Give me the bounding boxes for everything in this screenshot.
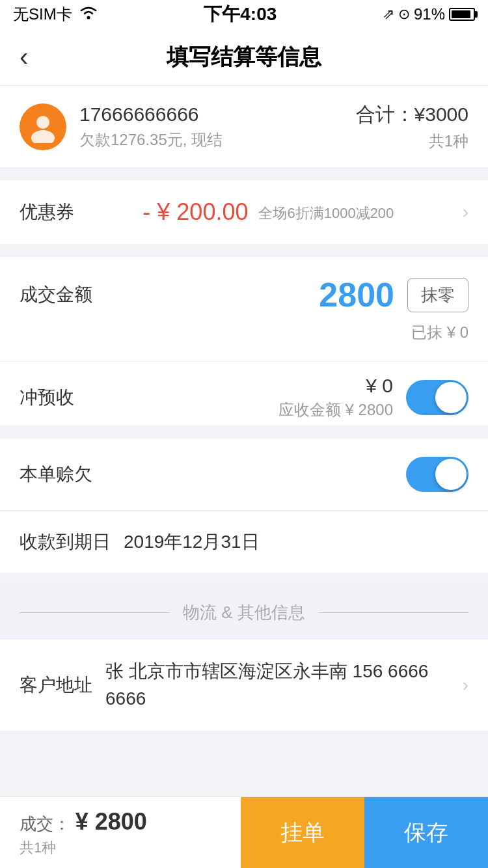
debt-toggle[interactable] <box>406 457 468 492</box>
prepay-right: ¥ 0 应收金额 ¥ 2800 <box>278 375 468 420</box>
section-divider-2 <box>0 244 488 257</box>
bottom-summary: 成交： ¥ 2800 共1种 <box>0 808 241 858</box>
location-icon: ⇗ <box>383 6 394 23</box>
prepay-receivable: 应收金额 ¥ 2800 <box>278 400 393 420</box>
bottom-count: 共1种 <box>20 838 221 858</box>
coupon-amount: - ¥ 200.00 <box>142 198 248 226</box>
address-label: 客户地址 <box>20 673 92 698</box>
total-count: 共1种 <box>356 131 468 152</box>
avatar <box>20 103 66 150</box>
due-date-value: 2019年12月31日 <box>124 530 260 554</box>
status-bar: 无SIM卡 下午4:03 ⇗ ⊙ 91% <box>0 0 488 29</box>
hold-button[interactable]: 挂单 <box>241 797 364 869</box>
divider-line-left <box>20 612 170 613</box>
battery-icon <box>449 8 475 21</box>
debt-label: 本单赊欠 <box>20 462 92 487</box>
customer-total: 合计：¥3000 共1种 <box>356 102 468 152</box>
section-divider-3 <box>0 426 488 439</box>
section-divider-1 <box>0 167 488 180</box>
status-time: 下午4:03 <box>204 2 277 27</box>
coupon-section: 优惠券 - ¥ 200.00 全场6折满1000减200 › <box>0 180 488 244</box>
svg-point-2 <box>31 130 55 143</box>
deal-amount-value: 2800 <box>319 275 394 314</box>
alarm-icon: ⊙ <box>398 6 410 23</box>
toggle-thumb <box>435 382 467 413</box>
bottom-deal-label: 成交： <box>20 814 70 834</box>
customer-phone: 17666666666 <box>79 103 223 126</box>
logistics-label: 物流 & 其他信息 <box>183 601 305 624</box>
debt-toggle-thumb <box>435 459 467 490</box>
due-date-label: 收款到期日 <box>20 530 111 554</box>
address-value: 张 北京市市辖区海淀区永丰南 156 6666 6666 <box>105 658 450 712</box>
nav-bar: ‹ 填写结算等信息 <box>0 29 488 86</box>
deal-sub-text: 已抹 ¥ 0 <box>0 322 488 361</box>
coupon-label: 优惠券 <box>20 200 74 224</box>
bottom-deal-amount: ¥ 2800 <box>75 808 147 835</box>
coupon-desc: 全场6折满1000减200 <box>258 204 394 223</box>
bottom-deal-line: 成交： ¥ 2800 <box>20 808 221 835</box>
carrier-text: 无SIM卡 <box>13 4 72 25</box>
customer-info: 17666666666 欠款1276.35元, 现结 <box>79 103 223 150</box>
svg-point-1 <box>36 116 49 129</box>
prepay-amount: ¥ 0 <box>278 375 393 397</box>
status-right: ⇗ ⊙ 91% <box>383 5 475 23</box>
back-button[interactable]: ‹ <box>20 42 59 72</box>
prepay-row: 冲预收 ¥ 0 应收金额 ¥ 2800 <box>0 362 488 426</box>
divider-line-right <box>318 612 468 613</box>
battery-percent: 91% <box>414 5 445 23</box>
round-button[interactable]: 抹零 <box>407 278 468 312</box>
section-divider-4 <box>0 573 488 586</box>
deal-amount-row: 成交金额 2800 抹零 <box>0 257 488 322</box>
debt-row: 本单赊欠 <box>0 439 488 511</box>
address-chevron-icon: › <box>463 675 468 696</box>
address-row[interactable]: 客户地址 张 北京市市辖区海淀区永丰南 156 6666 6666 › <box>0 640 488 731</box>
prepay-toggle[interactable] <box>406 380 468 415</box>
total-amount: 合计：¥3000 <box>356 102 468 128</box>
save-button[interactable]: 保存 <box>364 797 488 869</box>
status-left: 无SIM卡 <box>13 4 98 25</box>
prepay-label: 冲预收 <box>20 385 74 410</box>
coupon-value: - ¥ 200.00 全场6折满1000减200 <box>142 198 394 226</box>
wifi-icon <box>79 5 98 23</box>
deal-amount-label: 成交金额 <box>20 282 92 307</box>
bottom-bar: 成交： ¥ 2800 共1种 挂单 保存 <box>0 796 488 868</box>
debt-section: 本单赊欠 收款到期日 2019年12月31日 <box>0 439 488 573</box>
svg-point-0 <box>87 16 90 20</box>
deal-section: 成交金额 2800 抹零 已抹 ¥ 0 冲预收 ¥ 0 应收金额 ¥ 2800 <box>0 257 488 426</box>
chevron-right-icon: › <box>463 202 468 223</box>
due-date-row: 收款到期日 2019年12月31日 <box>0 511 488 573</box>
page-title: 填写结算等信息 <box>59 42 429 72</box>
coupon-row[interactable]: 优惠券 - ¥ 200.00 全场6折满1000减200 › <box>0 180 488 244</box>
customer-debt: 欠款1276.35元, 现结 <box>79 129 223 150</box>
customer-row: 17666666666 欠款1276.35元, 现结 合计：¥3000 共1种 <box>0 86 488 167</box>
logistics-divider: 物流 & 其他信息 <box>0 586 488 640</box>
